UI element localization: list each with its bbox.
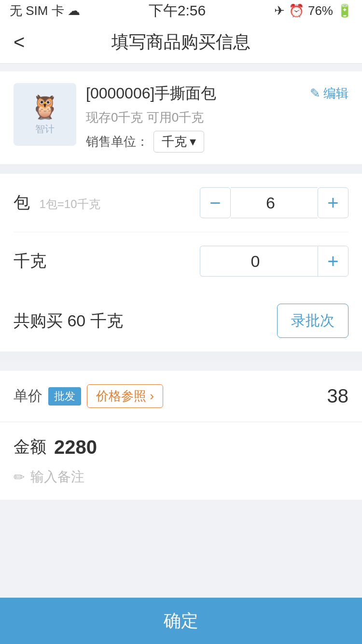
price-type-badge: 批发 bbox=[48, 387, 81, 406]
package-decrease-button[interactable]: − bbox=[200, 187, 231, 218]
batch-button[interactable]: 录批次 bbox=[277, 304, 348, 338]
status-time: 下午2:56 bbox=[149, 1, 206, 21]
notes-placeholder[interactable]: 输入备注 bbox=[30, 468, 84, 486]
total-label: 共购买 60 千克 bbox=[14, 310, 123, 332]
product-stock: 现存0千克 可用0千克 bbox=[86, 109, 348, 126]
unit-price-label: 单价 bbox=[14, 386, 42, 406]
price-reference-button[interactable]: 价格参照 › bbox=[87, 384, 163, 408]
status-right: ✈ ⏰ 76% 🔋 bbox=[274, 3, 352, 18]
nav-bar: < 填写商品购买信息 bbox=[0, 21, 362, 64]
package-label: 包 1包=10千克 bbox=[14, 192, 200, 214]
back-button[interactable]: < bbox=[14, 31, 25, 53]
location-icon: ✈ bbox=[274, 3, 285, 18]
product-thumb-brand: 智计 bbox=[35, 123, 55, 136]
kilogram-label: 千克 bbox=[14, 250, 200, 272]
quantity-section: 包 1包=10千克 − + 千克 + bbox=[0, 174, 362, 290]
battery-icon: 🔋 bbox=[337, 3, 352, 18]
price-value: 38 bbox=[327, 385, 349, 407]
package-input[interactable] bbox=[231, 187, 318, 218]
kilogram-increase-button[interactable]: + bbox=[318, 246, 348, 277]
amount-value: 2280 bbox=[54, 436, 97, 458]
edit-button[interactable]: ✎ 编辑 bbox=[310, 85, 348, 102]
product-unit-row: 销售单位： 千克 ▾ bbox=[86, 131, 348, 153]
kilogram-controls: + bbox=[200, 246, 348, 277]
status-left: 无 SIM 卡 ☁ bbox=[10, 2, 80, 19]
sim-status: 无 SIM 卡 ☁ bbox=[10, 2, 80, 19]
unit-dropdown-icon: ▾ bbox=[190, 134, 196, 149]
price-left: 单价 批发 价格参照 › bbox=[14, 384, 163, 408]
package-increase-button[interactable]: + bbox=[318, 187, 348, 218]
notes-row[interactable]: ✏ 输入备注 bbox=[14, 468, 348, 486]
main-content: 🦉 智计 [0000006]手撕面包 现存0千克 可用0千克 销售单位： 千克 … bbox=[0, 71, 362, 644]
package-controls: − + bbox=[200, 187, 348, 218]
package-row: 包 1包=10千克 − + bbox=[14, 174, 348, 232]
price-section: 单价 批发 价格参照 › 38 bbox=[0, 371, 362, 421]
status-bar: 无 SIM 卡 ☁ 下午2:56 ✈ ⏰ 76% 🔋 bbox=[0, 0, 362, 21]
package-hint: 1包=10千克 bbox=[39, 197, 100, 210]
battery-level: 76% bbox=[308, 3, 333, 18]
unit-value: 千克 bbox=[162, 133, 187, 150]
kilogram-input[interactable] bbox=[200, 246, 318, 277]
unit-label: 销售单位： bbox=[86, 133, 149, 150]
amount-label: 金额 bbox=[14, 436, 46, 458]
section-divider-1 bbox=[0, 164, 362, 174]
alarm-icon: ⏰ bbox=[289, 3, 304, 18]
confirm-button[interactable]: 确定 bbox=[0, 598, 362, 644]
section-divider-2 bbox=[0, 351, 362, 361]
page-title: 填写商品购买信息 bbox=[111, 30, 251, 54]
edit-label: 编辑 bbox=[323, 85, 348, 102]
edit-icon: ✎ bbox=[310, 86, 320, 101]
amount-row: 金额 2280 bbox=[14, 436, 348, 458]
total-section: 共购买 60 千克 录批次 bbox=[0, 290, 362, 351]
amount-section: 金额 2280 ✏ 输入备注 bbox=[0, 422, 362, 500]
product-thumbnail: 🦉 智计 bbox=[14, 83, 76, 146]
product-name: [0000006]手撕面包 bbox=[86, 83, 348, 104]
pencil-icon: ✏ bbox=[14, 469, 25, 485]
kilogram-row: 千克 + bbox=[14, 232, 348, 290]
product-card: 🦉 智计 [0000006]手撕面包 现存0千克 可用0千克 销售单位： 千克 … bbox=[0, 71, 362, 164]
unit-selector[interactable]: 千克 ▾ bbox=[153, 131, 204, 153]
product-thumb-icon: 🦉 bbox=[30, 94, 59, 121]
product-info: [0000006]手撕面包 现存0千克 可用0千克 销售单位： 千克 ▾ bbox=[86, 83, 348, 153]
